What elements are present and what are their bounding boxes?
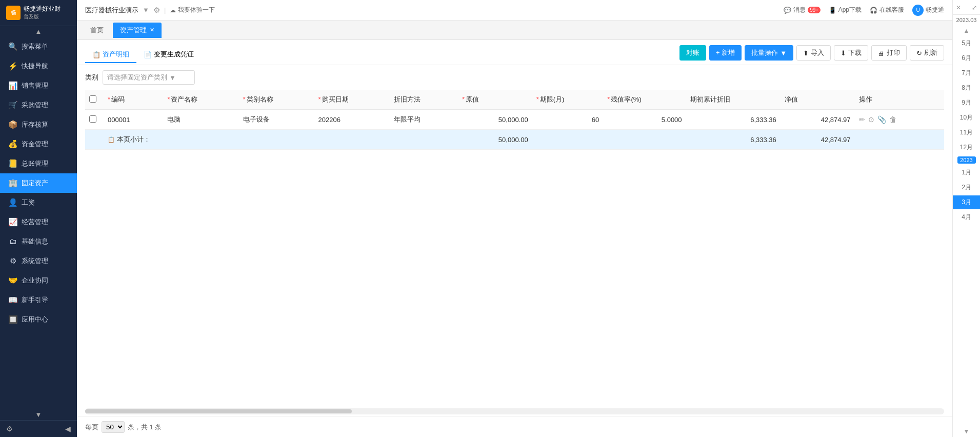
content-area: 📋 资产明细 📄 变更生成凭证 对账 + 新增 批量操作 ▼ ⬆ 导入 [77, 40, 952, 437]
delete-icon[interactable]: 🗑 [889, 115, 896, 124]
collapse-icon[interactable]: ◀ [65, 425, 71, 433]
sidebar-item-fixed[interactable]: 🏢 固定资产 [0, 173, 77, 193]
tab-home[interactable]: 首页 [83, 23, 111, 38]
month-nav-down[interactable]: ▼ [964, 426, 970, 437]
subtab-change-voucher[interactable]: 📄 变更生成凭证 [136, 47, 201, 63]
right-panel-expand-icon[interactable]: ⤢ [972, 4, 977, 11]
asset-table-container: *编码 *资产名称 *类别名称 *购买日期 折旧方法 *原值 *期限(月) *残… [77, 90, 952, 408]
month-3-current[interactable]: 3月 [953, 195, 980, 209]
col-purchase-date: *购买日期 [314, 90, 390, 110]
company-dropdown-icon[interactable]: ▼ [143, 6, 149, 14]
print-button[interactable]: 🖨 打印 [871, 45, 907, 61]
message-label: 消息 [793, 6, 806, 14]
month-5[interactable]: 5月 [953, 36, 980, 50]
row-actions: ✏ ⊙ 📎 🗑 [855, 110, 944, 130]
new-button[interactable]: + 新增 [709, 45, 742, 61]
row-checkbox[interactable] [89, 115, 96, 123]
attachment-icon[interactable]: 📎 [877, 115, 886, 124]
sidebar-item-search[interactable]: 🔍 搜索菜单 [0, 37, 77, 56]
sidebar-item-payroll[interactable]: 👤 工资 [0, 193, 77, 212]
col-checkbox [85, 90, 104, 110]
sidebar-item-sales[interactable]: 📊 销售管理 [0, 76, 77, 95]
apps-icon: 🔲 [8, 315, 17, 324]
sidebar-item-label: 总账管理 [22, 159, 48, 168]
edit-icon[interactable]: ✏ [859, 115, 865, 124]
sidebar-item-enterprise[interactable]: 🤝 企业协同 [0, 271, 77, 290]
user-name: 畅捷通 [926, 6, 944, 14]
month-12[interactable]: 12月 [953, 141, 980, 154]
sidebar-item-label: 工资 [22, 198, 35, 207]
row-depreciation-method: 年限平均 [390, 110, 458, 130]
purchase-icon: 🛒 [8, 101, 17, 110]
app-name: 畅捷通好业财 [24, 5, 61, 13]
user-menu[interactable]: U 畅捷通 [912, 5, 944, 16]
sidebar-item-label: 应用中心 [22, 315, 48, 324]
subtotal-row: 📋 本页小计： 50,000.00 6,333.36 42,874.97 [85, 130, 944, 150]
sidebar-item-label: 快捷导航 [22, 62, 48, 71]
row-residual-rate: 5.0000 [603, 110, 686, 130]
col-original-value: *原值 [458, 90, 532, 110]
month-8[interactable]: 8月 [953, 81, 980, 95]
app-download-btn[interactable]: 📱 App下载 [829, 6, 862, 14]
sidebar-item-system[interactable]: ⚙ 系统管理 [0, 251, 77, 271]
company-name: 医疗器械行业演示 [85, 6, 138, 15]
month-7[interactable]: 7月 [953, 66, 980, 80]
sidebar-item-purchase[interactable]: 🛒 采购管理 [0, 95, 77, 115]
reconcile-button[interactable]: 对账 [679, 45, 706, 61]
month-11[interactable]: 11月 [953, 126, 980, 140]
sidebar-item-ledger[interactable]: 📒 总账管理 [0, 154, 77, 173]
month-1[interactable]: 1月 [953, 166, 980, 180]
topbar-settings-icon[interactable]: ⚙ [153, 6, 160, 15]
settings-icon[interactable]: ⚙ [6, 425, 13, 433]
scrollbar-thumb[interactable] [85, 409, 352, 413]
sidebar-item-operations[interactable]: 📈 经营管理 [0, 212, 77, 232]
month-10[interactable]: 10月 [953, 111, 980, 125]
batch-operation-button[interactable]: 批量操作 ▼ [745, 45, 793, 61]
row-name: 电脑 [163, 110, 238, 130]
month-nav-up[interactable]: ▲ [964, 25, 970, 36]
month-9[interactable]: 9月 [953, 96, 980, 110]
sidebar-scroll-down[interactable]: ▼ [0, 409, 77, 420]
sidebar-scroll-up[interactable]: ▲ [0, 26, 77, 37]
month-2[interactable]: 2月 [953, 181, 980, 194]
row-code: 000001 [104, 110, 163, 130]
online-service-btn[interactable]: 🎧 在线客服 [870, 6, 904, 14]
per-page-select[interactable]: 50 [102, 421, 125, 433]
tab-asset-mgmt[interactable]: 资产管理 ✕ [113, 23, 162, 38]
message-btn[interactable]: 💬 消息 99+ [784, 6, 820, 14]
select-all-checkbox[interactable] [89, 95, 96, 103]
month-4[interactable]: 4月 [953, 210, 980, 224]
refresh-icon: ↻ [916, 49, 922, 57]
filter-category-select[interactable]: 请选择固定资产类别 ▼ [103, 70, 195, 85]
right-panel-close-icon[interactable]: ✕ [956, 4, 961, 11]
refresh-button[interactable]: ↻ 刷新 [910, 45, 944, 61]
refresh-label: 刷新 [924, 48, 937, 57]
sidebar-item-funds[interactable]: 💰 资金管理 [0, 134, 77, 154]
months-list: 5月 6月 7月 8月 9月 10月 11月 12月 2023 1月 2月 3月… [953, 36, 980, 224]
subtab-asset-detail[interactable]: 📋 资产明细 [85, 47, 136, 63]
sidebar-item-apps[interactable]: 🔲 应用中心 [0, 310, 77, 329]
subtotal-label: 本页小计： [117, 135, 150, 143]
month-6[interactable]: 6月 [953, 51, 980, 65]
change-voucher-icon: 📄 [144, 51, 152, 58]
pagination: 每页 50 条，共 1 条 [77, 416, 952, 437]
inventory-icon: 📦 [8, 120, 17, 129]
filter-category-label: 类别 [85, 73, 98, 82]
experience-link[interactable]: ☁ 我要体验一下 [170, 6, 215, 14]
sidebar-item-inventory[interactable]: 📦 库存核算 [0, 115, 77, 134]
horizontal-scrollbar[interactable] [85, 408, 944, 414]
tab-close-icon[interactable]: ✕ [150, 27, 154, 33]
download-button[interactable]: ⬇ 下载 [834, 45, 868, 61]
search-icon: 🔍 [8, 42, 17, 51]
sidebar-item-guide[interactable]: 📖 新手引导 [0, 290, 77, 310]
right-panel-header: ✕ ⤢ [953, 4, 980, 15]
col-name: *资产名称 [163, 90, 238, 110]
guide-icon: 📖 [8, 295, 17, 305]
import-button[interactable]: ⬆ 导入 [796, 45, 831, 61]
print-icon: 🖨 [878, 49, 885, 57]
copy-icon[interactable]: ⊙ [868, 115, 874, 124]
batch-arrow-icon: ▼ [780, 49, 787, 57]
sidebar-item-basics[interactable]: 🗂 基础信息 [0, 232, 77, 251]
sidebar-item-quicknav[interactable]: ⚡ 快捷导航 [0, 56, 77, 76]
tabbar: 首页 资产管理 ✕ [77, 21, 952, 40]
